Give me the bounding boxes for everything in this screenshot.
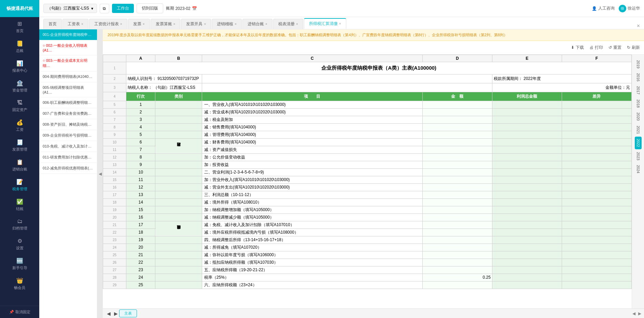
year-nav-2020[interactable]: 2020 — [635, 110, 642, 123]
tab-inout-check-close[interactable]: × — [235, 22, 237, 26]
form-list-item-011[interactable]: 011-研发费用加计扣除优惠… — [39, 152, 97, 163]
tab-invoice[interactable]: 发票 × — [128, 19, 150, 29]
sidebar-item-archive[interactable]: 🗂 归档管理 — [0, 215, 39, 234]
amount-1[interactable] — [422, 101, 492, 108]
form-list-item-005[interactable]: 005-纳税调整项目明细表(A1… — [39, 82, 97, 97]
col-c-header: C — [202, 55, 422, 62]
scroll-right-button[interactable]: ▶ — [638, 311, 641, 316]
sidebar-item-settings[interactable]: ⚙ 设置 — [0, 234, 39, 254]
support-button[interactable]: 👤 人工咨询 — [592, 5, 615, 11]
sidebar-item-guide[interactable]: 🆕 新手引导 — [0, 254, 39, 274]
sidebar-item-settle[interactable]: ✅ 结账 — [0, 195, 39, 215]
tab-inout-ledger[interactable]: 进销台账 × — [242, 19, 272, 29]
form-list-item-002[interactable]: ○ 002-一般企业收入明细表(A1… — [39, 40, 97, 55]
tab-home[interactable]: 首页 — [43, 19, 62, 29]
workbench-button[interactable]: 工作台 — [112, 4, 134, 13]
user-menu[interactable]: 徐 徐运华 — [619, 5, 640, 12]
year-nav-2024[interactable]: 2024 — [635, 163, 642, 175]
corner-cell — [103, 55, 126, 62]
switch-old-button[interactable]: 切到旧版 — [137, 3, 163, 13]
sidebar-item-member[interactable]: 👑 畅会员 — [0, 274, 39, 294]
spreadsheet-container[interactable]: A B C D E F 1 企业所得税年度纳税申报表（A类）主表(A100000… — [103, 55, 632, 309]
fixed-icon: 🏗 — [17, 100, 23, 106]
sidebar-item-payroll[interactable]: 💰 工资 — [0, 116, 39, 136]
table-row: 5 1 一、营业收入(填写A101010\101020\103000) — [103, 101, 632, 108]
form-list-item-004[interactable]: 004-期间费用明细表(A1040… — [39, 71, 97, 82]
form-list-item-009[interactable]: 009-企业所得税补亏损明细… — [39, 130, 97, 141]
form-list-item-001[interactable]: 001-企业所得税年度纳税申… — [39, 29, 97, 40]
form-list-item-003[interactable]: ○ 003-一般企业成本支出明细… — [39, 55, 97, 71]
year-nav-2022[interactable]: 2022 — [635, 137, 642, 149]
user-avatar: 徐 — [619, 5, 626, 12]
year-nav-2018[interactable]: 2018 — [635, 97, 642, 110]
col-header-xuhao: 行次 — [126, 92, 155, 101]
company-name-value: （勾副）江西服宝-LSS — [153, 85, 195, 90]
tab-invoice-calc-close[interactable]: × — [173, 22, 176, 26]
download-button[interactable]: ⬇ 下载 — [571, 45, 584, 51]
tax-period-cell: 税款所属期间： 2022年度 — [492, 74, 631, 83]
sheet-prev-button[interactable]: ◀ — [106, 310, 112, 317]
tab-income-tax-label: 所得税汇算清缴 — [309, 21, 338, 27]
year-nav-2023[interactable]: 2023 — [635, 150, 642, 162]
sidebar-item-inout[interactable]: 📋 进销台账 — [0, 155, 39, 175]
sheet-next-button[interactable]: ▶ — [113, 310, 119, 317]
sidebar-item-fixed[interactable]: 🏗 固定资产 — [0, 96, 39, 116]
sidebar-unpin-button[interactable]: 📌 取消固定 — [0, 306, 39, 318]
print-button[interactable]: 🖨 打印 — [589, 45, 603, 51]
sidebar-item-fixed-label: 固定资产 — [12, 107, 27, 112]
tab-inout-ledger-close[interactable]: × — [265, 22, 267, 26]
reset-button[interactable]: ↺ 重置 — [608, 45, 621, 51]
ledger-icon: 📒 — [16, 40, 23, 47]
table-row: 3 纳税人名称： （勾副）江西服宝-LSS 金额单位：元 — [103, 83, 632, 92]
year-nav-2017[interactable]: 2017 — [635, 84, 642, 96]
sidebar-item-tax[interactable]: 📝 税务管理 — [0, 175, 39, 195]
tab-tax-clear[interactable]: 税表清册 × — [273, 19, 303, 29]
sheet-tab-main[interactable]: 主表 — [119, 309, 137, 317]
right-panel: 2019年度步及取以前年度延续数据的申报表单元格需要手工维护正确，才能保证本年及… — [103, 29, 644, 318]
tab-tax-clear-close[interactable]: × — [296, 22, 298, 26]
form-list-collapse[interactable]: ◀ — [97, 29, 103, 318]
tab-payroll[interactable]: 工资表 × — [62, 19, 88, 29]
form-list-item-008[interactable]: 008-资产折旧、摊销及纳税… — [39, 119, 97, 130]
sidebar-item-assets[interactable]: 🏦 资金管理 — [0, 77, 39, 96]
year-nav-2019[interactable]: 2019 — [635, 58, 642, 70]
tab-invoice-open-close[interactable]: × — [204, 22, 206, 26]
company-name: （勾副）江西服宝-LSS — [47, 5, 89, 11]
currency-cell: 金额单位：元 — [492, 83, 631, 92]
tab-income-tax[interactable]: 所得税汇算清缴 × — [304, 18, 346, 29]
tab-invoice-close[interactable]: × — [143, 22, 145, 26]
tab-payroll-report-close[interactable]: × — [120, 22, 122, 26]
table-row: 16 12 减：营业外支出(填写A102010\102020\103000) — [103, 183, 632, 191]
error-icon: ○ — [43, 43, 46, 47]
table-row: 24 20 减：所得减免（填写A107020） — [103, 244, 632, 251]
tab-inout-check[interactable]: 进销稽核 × — [212, 19, 242, 29]
company-selector[interactable]: （勾副）江西服宝-LSS ▾ — [43, 4, 97, 13]
year-nav-2021[interactable]: 2021 — [635, 124, 642, 136]
tab-payroll-close[interactable]: × — [81, 22, 83, 26]
close-all-button[interactable]: × — [637, 23, 640, 29]
tab-payroll-report[interactable]: 工资统计报表 × — [89, 19, 127, 29]
amount-2[interactable] — [422, 108, 492, 116]
amount-24[interactable]: 0.25 — [422, 274, 492, 281]
form-list-item-010[interactable]: 010-免税、减计收入及加计… — [39, 141, 97, 152]
content-area: 001-企业所得税年度纳税申… ○ 002-一般企业收入明细表(A1… ○ 00… — [39, 29, 644, 318]
tab-invoice-open[interactable]: 发票开具 × — [181, 19, 211, 29]
scroll-left-button[interactable]: ◀ — [632, 311, 635, 316]
form-list-item-007[interactable]: 007-广告费和业务宣传费跑… — [39, 108, 97, 119]
profit-1[interactable] — [492, 101, 562, 108]
refresh-button[interactable]: ↻ 刷新 — [627, 45, 640, 51]
archive-icon: 🗂 — [17, 218, 23, 224]
sidebar-item-ledger[interactable]: 📒 总账 — [0, 37, 39, 57]
tax-period-label: 税款所属期间： — [494, 76, 522, 81]
year-nav-2016[interactable]: 2016 — [635, 71, 642, 83]
copy-icon-button[interactable]: ⧉ — [100, 4, 109, 13]
sidebar-item-reports[interactable]: 📊 报表中心 — [0, 57, 39, 77]
sidebar-item-invoice-mgmt[interactable]: 🧾 发票管理 — [0, 136, 39, 155]
tab-invoice-calc[interactable]: 发票算账 × — [151, 19, 181, 29]
profit-2[interactable] — [492, 108, 562, 116]
sidebar-item-home[interactable]: ⊞ 首页 — [0, 17, 39, 37]
form-list-item-006[interactable]: 006-职工薪酬纳税调整明细… — [39, 97, 97, 108]
form-list-item-012[interactable]: 012-减免所得税优惠明细表(… — [39, 163, 97, 174]
tab-income-tax-close[interactable]: × — [339, 22, 341, 26]
table-row: 17 13 三、利润总额（10-11-12） — [103, 191, 632, 198]
